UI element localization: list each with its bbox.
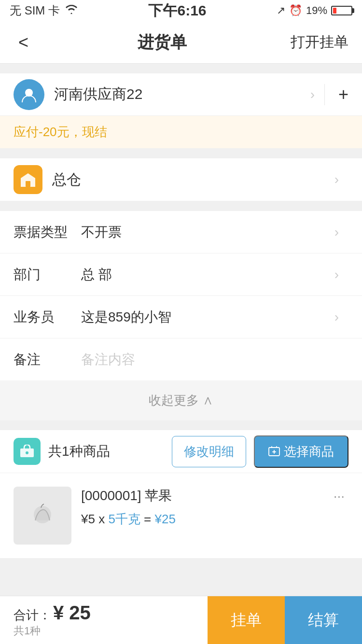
- supplier-avatar: [14, 79, 44, 110]
- warehouse-name: 总仓: [52, 170, 334, 190]
- collapse-button[interactable]: 收起更多 ∧: [0, 380, 362, 420]
- products-count: 共1种商品: [48, 442, 164, 461]
- form-section: 票据类型 不开票 › 部门 总 部 › 业务员 这是859的小智 › 备注 备注…: [0, 210, 362, 380]
- product-total: ¥25: [155, 512, 176, 526]
- hang-order-button[interactable]: 挂单: [208, 596, 285, 644]
- warehouse-chevron-icon: ›: [334, 172, 339, 187]
- select-product-label: 选择商品: [284, 443, 334, 460]
- svg-point-3: [26, 451, 28, 454]
- vertical-divider: [324, 84, 325, 105]
- select-product-button[interactable]: 选择商品: [254, 435, 348, 468]
- product-quantity: 5千克: [108, 512, 140, 526]
- open-pending-button[interactable]: 打开挂单: [291, 32, 348, 52]
- products-icon: [14, 438, 41, 465]
- product-info: [0000001] 苹果 ¥5 x 5千克 = ¥25: [81, 487, 320, 528]
- remark-label: 备注: [14, 350, 81, 369]
- department-chevron-icon: ›: [334, 267, 339, 282]
- section-divider-3: [0, 201, 362, 210]
- supplier-name: 河南供应商22: [54, 84, 310, 104]
- supplier-section: 河南供应商22 › + 应付-20元，现结: [0, 73, 362, 149]
- warehouse-section: 总仓 ›: [0, 158, 362, 201]
- invoice-type-value: 不开票: [81, 223, 334, 241]
- product-unit-price: ¥5: [81, 512, 95, 526]
- invoice-type-chevron-icon: ›: [334, 224, 339, 240]
- invoice-type-row[interactable]: 票据类型 不开票 ›: [0, 210, 362, 253]
- notice-banner: 应付-20元，现结: [0, 116, 362, 149]
- department-row[interactable]: 部门 总 部 ›: [0, 253, 362, 295]
- product-thumbnail: [14, 487, 71, 545]
- products-header: 共1种商品 修改明细 选择商品: [0, 430, 362, 473]
- collapse-label: 收起更多 ∧: [149, 393, 213, 407]
- add-supplier-button[interactable]: +: [338, 84, 348, 105]
- warehouse-icon: [14, 165, 42, 194]
- nav-bar: < 进货单 打开挂单: [0, 21, 362, 64]
- section-divider-2: [0, 149, 362, 158]
- total-section: 合计： ¥ 25 共1种: [0, 602, 208, 638]
- status-left: 无 SIM 卡: [10, 3, 78, 18]
- product-name: [0000001] 苹果: [81, 487, 320, 505]
- wifi-icon: [65, 4, 78, 17]
- invoice-type-label: 票据类型: [14, 223, 81, 241]
- edit-detail-button[interactable]: 修改明细: [172, 436, 246, 467]
- department-value: 总 部: [81, 266, 334, 284]
- section-divider-1: [0, 64, 362, 73]
- total-label: 合计：: [14, 607, 51, 624]
- battery-icon: [331, 6, 352, 15]
- supplier-row[interactable]: 河南供应商22 › +: [0, 73, 362, 116]
- alarm-icon: ⏰: [289, 4, 302, 17]
- battery-percent: 19%: [306, 4, 327, 17]
- carrier-text: 无 SIM 卡: [10, 3, 60, 18]
- salesman-chevron-icon: ›: [334, 309, 339, 325]
- product-more-button[interactable]: ···: [330, 487, 348, 506]
- bottom-bar: 合计： ¥ 25 共1种 挂单 结算: [0, 596, 362, 644]
- remark-row[interactable]: 备注 备注内容: [0, 338, 362, 380]
- salesman-row[interactable]: 业务员 这是859的小智 ›: [0, 295, 362, 338]
- product-equals: =: [144, 512, 154, 526]
- warehouse-row[interactable]: 总仓 ›: [0, 158, 362, 201]
- salesman-value: 这是859的小智: [81, 308, 334, 326]
- notice-text: 应付-20元，现结: [14, 125, 107, 139]
- department-label: 部门: [14, 266, 81, 284]
- svg-rect-1: [26, 181, 30, 187]
- product-title: 苹果: [145, 488, 172, 503]
- back-button[interactable]: <: [14, 28, 33, 57]
- page-title: 进货单: [138, 31, 187, 54]
- checkout-button[interactable]: 结算: [285, 596, 362, 644]
- status-time: 下午6:16: [148, 1, 206, 21]
- location-icon: ↗: [277, 4, 285, 17]
- status-bar: 无 SIM 卡 下午6:16 ↗ ⏰ 19%: [0, 0, 362, 21]
- total-amount: ¥ 25: [53, 602, 91, 624]
- salesman-label: 业务员: [14, 308, 81, 326]
- product-price: ¥5 x 5千克 = ¥25: [81, 511, 320, 528]
- product-code: [0000001]: [81, 488, 141, 503]
- total-count: 共1种: [14, 624, 194, 638]
- remark-placeholder: 备注内容: [81, 350, 348, 369]
- status-right: ↗ ⏰ 19%: [277, 4, 352, 17]
- supplier-chevron-icon: ›: [310, 87, 315, 102]
- product-item: [0000001] 苹果 ¥5 x 5千克 = ¥25 ···: [0, 473, 362, 558]
- product-multiply: x: [98, 512, 108, 526]
- section-divider-4: [0, 420, 362, 430]
